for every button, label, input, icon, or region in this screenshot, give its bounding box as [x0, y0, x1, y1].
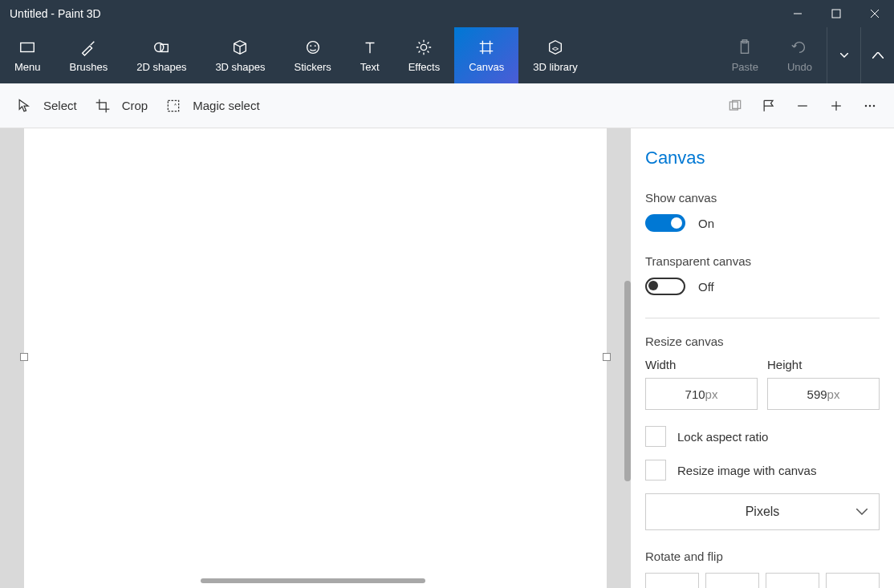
svg-point-20: [869, 104, 872, 107]
height-input[interactable]: 599px: [767, 378, 880, 410]
maximize-button[interactable]: [817, 0, 855, 27]
zoom-in-button[interactable]: [828, 98, 844, 114]
lock-aspect-checkbox[interactable]: [645, 426, 666, 447]
top-toolbar: Menu Brushes 2D shapes 3D shapes Sticker…: [0, 27, 894, 83]
resize-handle-left[interactable]: [20, 353, 28, 361]
titlebar: Untitled - Paint 3D: [0, 0, 894, 27]
crop-label: Crop: [122, 99, 148, 112]
paste-button[interactable]: Paste: [717, 27, 773, 83]
units-dropdown[interactable]: Pixels: [645, 493, 880, 530]
width-label: Width: [645, 358, 758, 371]
2d-shapes-tab[interactable]: 2D shapes: [122, 27, 201, 83]
brushes-label: Brushes: [70, 61, 108, 73]
divider: [645, 318, 880, 318]
3d-view-toggle[interactable]: [727, 98, 743, 114]
crop-tool[interactable]: Crop: [95, 98, 148, 114]
canvas-tab[interactable]: Canvas: [454, 27, 518, 83]
stickers-tab[interactable]: Stickers: [280, 27, 346, 83]
svg-point-10: [421, 44, 427, 50]
svg-point-21: [873, 104, 876, 107]
svg-rect-13: [169, 100, 179, 111]
svg-rect-4: [21, 43, 35, 51]
history-dropdown[interactable]: [827, 27, 860, 83]
3d-shapes-tab[interactable]: 3D shapes: [201, 27, 279, 83]
show-canvas-label: Show canvas: [645, 191, 880, 205]
svg-rect-1: [832, 10, 840, 18]
zoom-out-button[interactable]: [794, 98, 811, 114]
resize-image-label: Resize image with canvas: [677, 464, 816, 477]
flip-horizontal-button[interactable]: [766, 573, 819, 588]
transparent-canvas-toggle[interactable]: [645, 278, 685, 295]
text-tab[interactable]: Text: [346, 27, 394, 83]
undo-label: Undo: [787, 61, 812, 73]
units-value: Pixels: [746, 505, 780, 519]
height-label: Height: [767, 358, 880, 371]
sub-toolbar: Select Crop Magic select: [0, 83, 894, 128]
menu-button[interactable]: Menu: [0, 27, 55, 83]
canvas[interactable]: [24, 128, 607, 588]
magic-select-label: Magic select: [193, 99, 259, 112]
magic-select-tool[interactable]: Magic select: [165, 98, 259, 114]
more-options-button[interactable]: [862, 98, 878, 114]
brushes-tab[interactable]: Brushes: [55, 27, 123, 83]
main-area: Canvas Show canvas On Transparent canvas…: [0, 128, 894, 588]
select-tool[interactable]: Select: [16, 98, 77, 114]
3d-shapes-label: 3D shapes: [215, 61, 265, 73]
minimize-button[interactable]: [778, 0, 817, 27]
menu-label: Menu: [14, 61, 41, 73]
flip-vertical-button[interactable]: [826, 573, 880, 588]
width-input[interactable]: 710px: [645, 378, 758, 410]
svg-point-8: [310, 45, 311, 47]
side-panel: Canvas Show canvas On Transparent canvas…: [631, 128, 894, 588]
rotate-left-button[interactable]: [645, 573, 699, 588]
svg-point-7: [307, 41, 319, 53]
svg-point-19: [865, 104, 868, 107]
effects-label: Effects: [408, 61, 441, 73]
canvas-label: Canvas: [469, 61, 504, 73]
svg-point-9: [314, 45, 315, 47]
show-canvas-toggle[interactable]: [645, 214, 685, 232]
vertical-scrollbar[interactable]: [624, 281, 631, 481]
window-title: Untitled - Paint 3D: [10, 7, 101, 20]
select-label: Select: [43, 99, 77, 112]
collapse-panel-button[interactable]: [860, 27, 894, 83]
horizontal-scrollbar[interactable]: [201, 578, 425, 583]
effects-tab[interactable]: Effects: [394, 27, 455, 83]
flag-icon[interactable]: [761, 98, 777, 114]
rotate-right-button[interactable]: [705, 573, 759, 588]
panel-title: Canvas: [645, 148, 880, 168]
transparent-canvas-state: Off: [698, 280, 714, 294]
resize-canvas-label: Resize canvas: [645, 335, 880, 348]
show-canvas-state: On: [698, 217, 714, 230]
lock-aspect-label: Lock aspect ratio: [677, 430, 768, 444]
2d-shapes-label: 2D shapes: [136, 61, 186, 73]
resize-handle-right[interactable]: [603, 353, 611, 361]
resize-image-checkbox[interactable]: [645, 460, 666, 481]
transparent-canvas-label: Transparent canvas: [645, 254, 880, 268]
3d-library-tab[interactable]: 3D library: [518, 27, 592, 83]
close-button[interactable]: [855, 0, 894, 27]
paste-label: Paste: [732, 61, 758, 73]
rotate-flip-label: Rotate and flip: [645, 549, 880, 563]
canvas-viewport[interactable]: [0, 128, 631, 588]
3d-library-label: 3D library: [533, 61, 578, 73]
undo-button[interactable]: Undo: [773, 27, 827, 83]
stickers-label: Stickers: [295, 61, 331, 73]
chevron-down-icon: [856, 509, 868, 515]
window-controls: [778, 0, 894, 27]
text-label: Text: [360, 61, 380, 73]
